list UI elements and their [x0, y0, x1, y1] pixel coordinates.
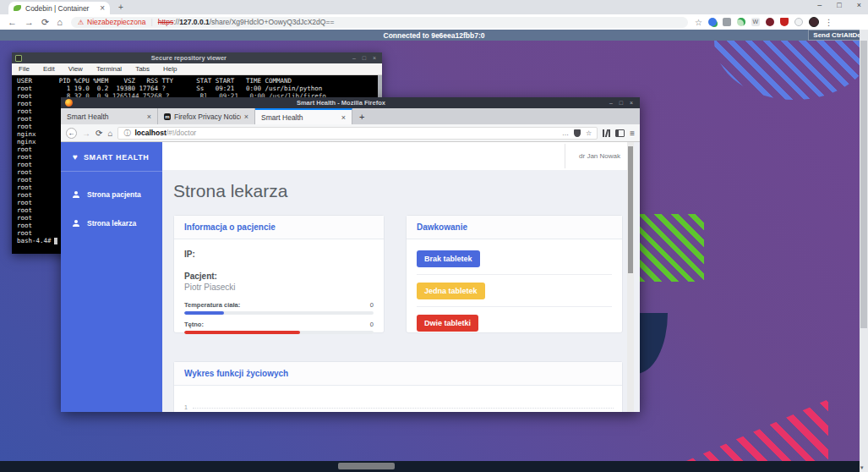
camera-extension-icon[interactable] — [723, 18, 731, 26]
sidebar-item-label: Strona pacjenta — [87, 190, 141, 199]
tab-close-icon[interactable]: × — [244, 113, 248, 121]
vitals-chart-area: 1 — [174, 386, 622, 412]
tab-close-icon[interactable]: × — [147, 113, 151, 121]
chrome-tab-title: Codebin | Container — [25, 4, 96, 13]
extension-icon-1[interactable] — [708, 18, 717, 26]
reload-icon[interactable]: ⟳ — [41, 18, 49, 27]
firefox-tab-bar: Smart Health × m Firefox Privacy Notice … — [61, 108, 640, 124]
ps-row: root 1 19.0 0.2 19380 17764 ? Ss 09:21 0… — [17, 85, 382, 92]
extension-icon-3[interactable] — [737, 18, 745, 26]
sidebar-toggle-icon[interactable] — [615, 129, 625, 137]
url-text: https://127.0.0.1/share/Xg9HdclO+OowyQ3d… — [158, 18, 335, 26]
firefox-forward-icon[interactable]: → — [82, 129, 90, 138]
chrome-tab-strip: Codebin | Container × + – □ × — [0, 0, 868, 14]
chrome-new-tab-button[interactable]: + — [118, 3, 123, 12]
one-pill-button[interactable]: Jedna tabletek — [417, 283, 485, 299]
scrollbar-down-arrow-icon[interactable]: ▾ — [860, 464, 864, 471]
divider — [417, 306, 612, 307]
firefox-back-icon[interactable]: ← — [66, 128, 77, 139]
terminal-window-controls[interactable]: – □ × — [352, 55, 379, 61]
vitals-chart-card: Wykres funkcji życiowych 1 — [173, 361, 623, 412]
bookmark-star-icon[interactable]: ☆ — [586, 129, 592, 137]
app-main: dr Jan Nowak Strona lekarza Informacja o… — [162, 142, 634, 412]
firefox-tab-3-active[interactable]: Smart Health × — [255, 108, 352, 124]
terminal-titlebar[interactable]: Secure repository viewer – □ × — [12, 52, 382, 63]
logged-in-user[interactable]: dr Jan Nowak — [565, 144, 634, 168]
terminal-menu-tabs[interactable]: Tabs — [128, 65, 156, 73]
bookmark-star-icon[interactable]: ☆ — [695, 18, 702, 27]
firefox-menu-icon[interactable]: ≡ — [630, 129, 635, 138]
ps-header-row: USER PID %CPU %MEM VSZ RSS TTY STAT STAR… — [17, 77, 382, 85]
firefox-tab-2[interactable]: m Firefox Privacy Notice — Mo × — [158, 108, 255, 124]
firefox-tab-1[interactable]: Smart Health × — [61, 108, 158, 124]
url-scheme: https — [158, 18, 173, 26]
firefox-url-bar[interactable]: ⓘ localhost/#!/doctor … ☆ — [117, 127, 598, 140]
page-actions-icon[interactable]: … — [562, 129, 569, 137]
chrome-close-button[interactable]: × — [857, 1, 861, 9]
app-topbar: dr Jan Nowak — [162, 142, 634, 170]
app-scrollbar[interactable] — [627, 142, 634, 412]
terminal-menu-terminal[interactable]: Terminal — [90, 65, 128, 73]
forward-icon[interactable]: → — [25, 18, 34, 27]
two-pills-button[interactable]: Dwie tabletki — [417, 315, 478, 332]
sidebar-item-strona-pacjenta[interactable]: Strona pacjenta — [61, 180, 162, 209]
security-warning-label: Niezabezpieczona — [87, 18, 145, 26]
terminal-menu-file[interactable]: File — [12, 65, 36, 73]
library-icon[interactable] — [603, 129, 610, 137]
firefox-home-icon[interactable]: ⌂ — [107, 129, 112, 138]
home-icon[interactable]: ⌂ — [57, 18, 63, 27]
smart-health-page: ♥ SMART HEALTH Strona pacjenta Strona le… — [61, 142, 640, 412]
ip-label: IP: — [184, 250, 374, 259]
firefox-reload-icon[interactable]: ⟳ — [96, 129, 102, 138]
no-pills-button[interactable]: Brak tabletek — [417, 250, 480, 267]
app-scrollbar-thumb[interactable] — [628, 146, 633, 273]
chrome-tab-codebin[interactable]: Codebin | Container × — [8, 2, 110, 14]
url-path: /share/Xg9HdclO+OowyQ3dJcX2dQ== — [210, 18, 335, 26]
dosage-card: Dawkowanie Brak tabletek Jedna tabletek … — [406, 215, 623, 333]
patient-name: Piotr Piasecki — [184, 283, 374, 292]
patient-card-title: Informacja o pacjencie — [174, 216, 384, 239]
terminal-menu-edit[interactable]: Edit — [36, 65, 62, 73]
decoration-green-stripes — [638, 214, 704, 282]
chart-gridline — [193, 408, 614, 409]
chrome-menu-icon[interactable]: ⋮ — [825, 18, 833, 27]
pulse-meter — [184, 331, 374, 334]
sidebar-item-strona-lekarza[interactable]: Strona lekarza — [61, 209, 162, 238]
extension-icon-5[interactable] — [766, 18, 774, 26]
pulse-meter-fill — [184, 331, 300, 334]
back-icon[interactable]: ← — [8, 18, 17, 27]
dosage-card-title: Dawkowanie — [407, 216, 622, 239]
tab-close-icon[interactable]: × — [100, 4, 105, 13]
chrome-toolbar: ← → ⟳ ⌂ ⚠ Niezabezpieczona | https://127… — [0, 14, 868, 30]
bottom-bar-handle[interactable] — [338, 463, 395, 469]
firefox-window-controls[interactable]: – □ × — [609, 100, 636, 106]
chrome-minimize-button[interactable]: – — [817, 1, 822, 9]
shield-extension-icon[interactable] — [780, 18, 789, 26]
tab-close-icon[interactable]: × — [341, 113, 346, 122]
app-brand[interactable]: ♥ SMART HEALTH — [61, 142, 162, 172]
browser-page-scrollbar[interactable]: ▾ — [860, 30, 868, 472]
pulse-value: 0 — [370, 321, 374, 328]
firefox-new-tab-button[interactable]: + — [352, 108, 371, 124]
patient-label: Pacjent: — [184, 272, 374, 281]
page-info-icon[interactable]: ⓘ — [123, 129, 130, 138]
extension-icon-7[interactable] — [794, 18, 803, 26]
vnc-status-banner: Connected to 9e6eea12fbb7:0 Send CtrlAlt… — [0, 30, 868, 41]
profile-avatar[interactable] — [809, 17, 819, 27]
w-extension-icon[interactable]: W — [751, 18, 760, 26]
firefox-titlebar[interactable]: Smart Health - Mozilla Firefox – □ × — [61, 97, 640, 108]
tracking-protection-shield-icon[interactable] — [574, 129, 581, 137]
chrome-maximize-button[interactable]: □ — [837, 1, 841, 9]
vitals-chart-title: Wykres funkcji życiowych — [174, 362, 622, 386]
firefox-tab-label: Smart Health — [261, 113, 338, 122]
page-title: Strona lekarza — [173, 181, 623, 201]
temperature-meter — [184, 311, 374, 315]
firefox-navbar: ← → ⟳ ⌂ ⓘ localhost/#!/doctor … ☆ ≡ — [61, 124, 640, 142]
chrome-url-bar[interactable]: ⚠ Niezabezpieczona | https://127.0.0.1/s… — [71, 17, 688, 28]
browser-page-scrollbar-thumb[interactable] — [860, 41, 867, 328]
terminal-menu-help[interactable]: Help — [156, 65, 183, 73]
firefox-window[interactable]: Smart Health - Mozilla Firefox – □ × Sma… — [61, 97, 640, 412]
security-warning-icon[interactable]: ⚠ — [78, 19, 84, 26]
terminal-menu-view[interactable]: View — [62, 65, 90, 73]
url-divider: | — [151, 18, 153, 26]
